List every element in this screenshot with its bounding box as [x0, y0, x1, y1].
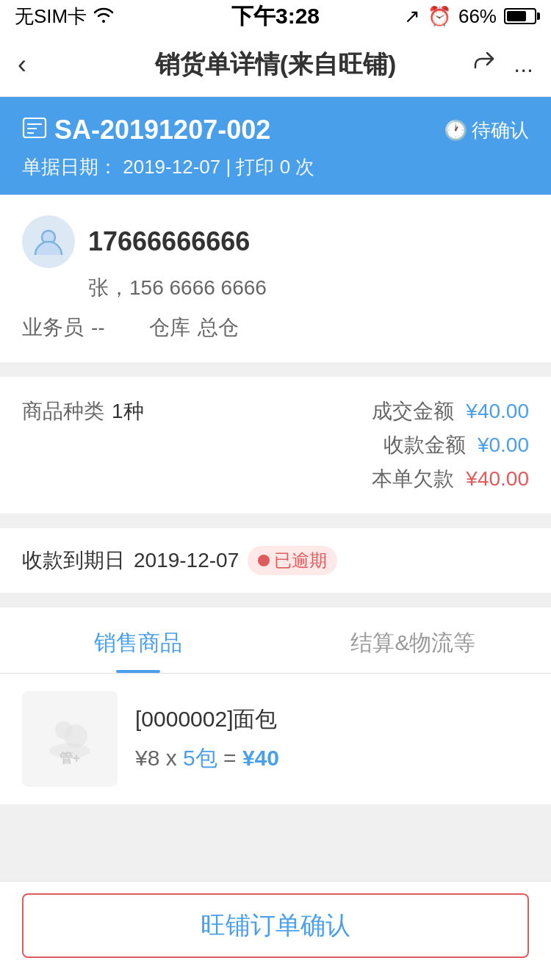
confirm-order-button[interactable]: 旺铺订单确认 [22, 893, 529, 958]
product-total: ¥40 [242, 746, 279, 770]
back-button[interactable]: ‹ [18, 49, 41, 80]
tabs-section: 销售商品 结算&物流等 [0, 608, 551, 674]
customer-phone: 17666666666 [88, 226, 250, 257]
status-bar: 无SIM卡 下午3:28 ↗ ⏰ 66% [0, 0, 551, 32]
header-top: SA-20191207-002 🕐 待确认 [22, 115, 529, 145]
battery-percent: 66% [458, 5, 497, 28]
order-id: SA-20191207-002 [22, 115, 270, 145]
customer-meta: 业务员 -- 仓库 总仓 [22, 314, 529, 342]
product-type-label: 商品种类 [22, 397, 104, 425]
warehouse: 仓库 总仓 [149, 314, 239, 342]
sales-person: 业务员 -- [22, 314, 105, 342]
product-type-value: 1种 [112, 397, 144, 425]
received-amount-value: ¥0.00 [478, 433, 529, 457]
product-info: [0000002]面包 ¥8 x 5包 = ¥40 [135, 705, 529, 774]
avatar [22, 215, 75, 268]
sales-value: -- [91, 316, 105, 339]
due-date-section: 收款到期日 2019-12-07 已逾期 [0, 528, 551, 600]
deal-amount-label: 成交金额 [372, 397, 454, 425]
bottom-bar: 旺铺订单确认 [0, 881, 551, 980]
product-type-row: 商品种类 1种 [22, 397, 144, 425]
status-left: 无SIM卡 [15, 4, 115, 29]
overdue-dot-icon [258, 555, 270, 566]
customer-row: 17666666666 [22, 215, 529, 268]
nav-actions: ... [471, 49, 533, 80]
summary-left: 商品种类 1种 [22, 397, 144, 425]
product-name: [0000002]面包 [135, 705, 529, 735]
tab-sales-products[interactable]: 销售商品 [0, 608, 276, 673]
alarm-icon: ⏰ [428, 5, 451, 28]
order-status: 🕐 待确认 [444, 118, 529, 143]
deal-amount-value: ¥40.00 [466, 400, 529, 423]
customer-name: 张，156 6666 6666 [22, 274, 529, 302]
divider-1 [0, 370, 551, 377]
product-price: ¥8 x 5包 = ¥40 [135, 743, 529, 774]
deal-amount-row: 成交金额 ¥40.00 [372, 397, 529, 425]
divider-3 [0, 600, 551, 608]
owed-amount-row: 本单欠款 ¥40.00 [372, 465, 529, 493]
product-row: 管+ [0000002]面包 ¥8 x 5包 = ¥40 [22, 691, 529, 787]
product-section: 管+ [0000002]面包 ¥8 x 5包 = ¥40 [0, 674, 551, 804]
product-thumbnail: 管+ [22, 691, 118, 787]
overdue-badge: 已逾期 [248, 546, 337, 575]
customer-section: 17666666666 张，156 6666 6666 业务员 -- 仓库 总仓 [0, 195, 551, 370]
header-meta: 单据日期： 2019-12-07 | 打印 0 次 [22, 154, 529, 180]
due-date-label: 收款到期日 [22, 547, 125, 574]
wifi-icon [93, 5, 115, 28]
carrier-label: 无SIM卡 [15, 4, 87, 29]
share-button[interactable] [471, 49, 496, 80]
order-header-card: SA-20191207-002 🕐 待确认 单据日期： 2019-12-07 |… [0, 97, 551, 195]
status-time: 下午3:28 [231, 1, 320, 32]
divider-2 [0, 521, 551, 528]
more-button[interactable]: ... [514, 51, 533, 78]
due-date-value: 2019-12-07 [134, 549, 239, 572]
received-label: 收款金额 [383, 431, 466, 459]
battery-icon [504, 8, 536, 24]
summary-right: 成交金额 ¥40.00 收款金额 ¥0.00 本单欠款 ¥40.00 [372, 397, 529, 493]
svg-text:管+: 管+ [60, 751, 81, 765]
sales-label: 业务员 [22, 314, 84, 342]
owed-amount-value: ¥40.00 [466, 467, 529, 491]
clock-icon: 🕐 [444, 119, 467, 142]
warehouse-label: 仓库 [149, 314, 190, 342]
status-right: ↗ ⏰ 66% [404, 5, 536, 28]
summary-section: 商品种类 1种 成交金额 ¥40.00 收款金额 ¥0.00 本单欠款 ¥40.… [0, 377, 551, 521]
tab-settlement-logistics[interactable]: 结算&物流等 [276, 608, 551, 673]
location-icon: ↗ [404, 5, 420, 28]
owed-label: 本单欠款 [372, 465, 454, 493]
page-title: 销货单详情(来自旺铺) [155, 48, 397, 82]
received-amount-row: 收款金额 ¥0.00 [383, 431, 529, 459]
nav-bar: ‹ 销货单详情(来自旺铺) ... [0, 32, 551, 97]
price-label: ¥8 x [135, 746, 183, 770]
order-id-icon [22, 115, 47, 145]
overdue-text: 已逾期 [274, 549, 327, 572]
warehouse-value: 总仓 [198, 314, 239, 342]
product-qty: 5包 [183, 746, 217, 770]
